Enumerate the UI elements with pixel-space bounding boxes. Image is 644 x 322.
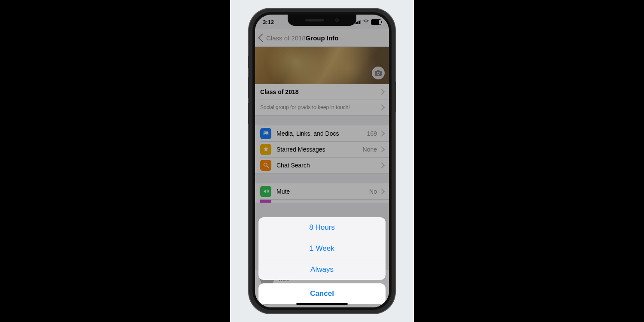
action-sheet: 8 Hours 1 Week Always Cancel (258, 217, 386, 304)
mute-1-week-option[interactable]: 1 Week (258, 238, 386, 259)
mute-always-option[interactable]: Always (258, 259, 386, 280)
home-indicator[interactable] (296, 303, 348, 305)
mute-8-hours-option[interactable]: 8 Hours (258, 217, 386, 238)
phone-frame: 3:12 Class of (249, 9, 395, 313)
cancel-button[interactable]: Cancel (258, 283, 386, 304)
